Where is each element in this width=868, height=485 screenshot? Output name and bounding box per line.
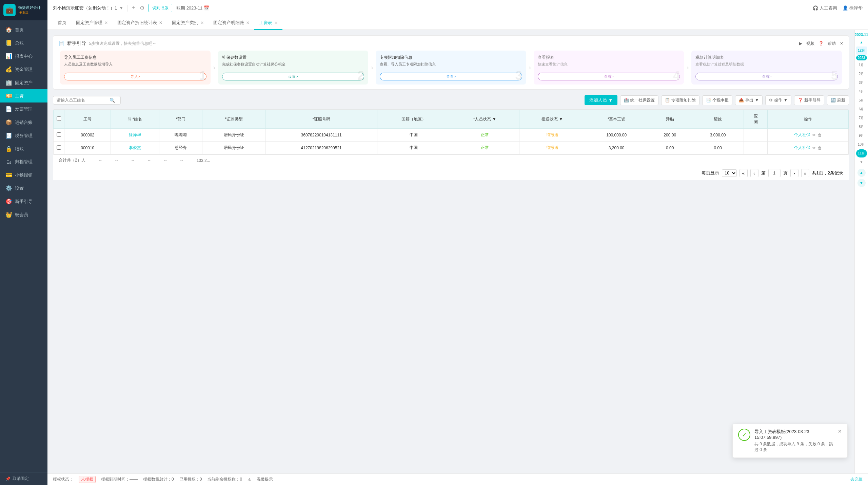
sidebar-item-general-ledger[interactable]: 📒 总账 bbox=[0, 36, 47, 50]
calendar-year: 2023.11 bbox=[855, 33, 868, 37]
sidebar-item-guide[interactable]: 🎯 新手引导 bbox=[0, 195, 47, 208]
sidebar-item-inventory[interactable]: 📦 进销台账 bbox=[0, 116, 47, 129]
tax-filing-btn[interactable]: 📑 个税申报 bbox=[702, 95, 732, 105]
customer-service-btn[interactable]: 🎧 人工咨询 bbox=[813, 5, 837, 11]
header-nationality: 国籍（地区） bbox=[377, 110, 450, 129]
tab-detail[interactable]: 固定资产明细账 ✕ bbox=[209, 16, 254, 30]
month-11[interactable]: 11月 bbox=[856, 149, 867, 157]
search-box[interactable]: 🔍 bbox=[53, 96, 121, 105]
tab-close-icon[interactable]: ✕ bbox=[274, 20, 278, 25]
last-page-btn[interactable]: » bbox=[801, 169, 809, 177]
row1-edit-icon[interactable]: ✏ bbox=[812, 133, 816, 137]
sidebar-item-member[interactable]: 👑 畅会员 bbox=[0, 208, 47, 221]
first-page-btn[interactable]: « bbox=[739, 169, 748, 177]
sidebar-nav: 🏠 首页 📒 总账 📊 报表中心 💰 资金管理 🏢 固定资产 💴 工资 📄 发票… bbox=[0, 20, 47, 472]
sort-icon[interactable]: ⇅ bbox=[128, 117, 131, 122]
sidebar-item-label: 工资 bbox=[15, 93, 24, 99]
guide-video-link[interactable]: 视频 bbox=[806, 41, 814, 46]
step4-btn[interactable]: 查看> bbox=[538, 73, 680, 80]
tab-salary[interactable]: 工资表 ✕ bbox=[254, 16, 282, 30]
year-badge[interactable]: 2023 bbox=[856, 55, 867, 60]
tab-close-icon[interactable]: ✕ bbox=[104, 20, 108, 25]
step2-btn[interactable]: 设置> bbox=[222, 73, 364, 80]
add-button[interactable]: + bbox=[132, 4, 136, 12]
row1-delete-icon[interactable]: 🗑 bbox=[818, 133, 822, 137]
month-1[interactable]: 1月 bbox=[856, 61, 867, 69]
step5-btn[interactable]: 查看> bbox=[695, 73, 838, 80]
month-7[interactable]: 7月 bbox=[856, 114, 867, 122]
row1-name[interactable]: 徐泽华 bbox=[111, 129, 159, 142]
sidebar-item-settings[interactable]: ⚙️ 设置 bbox=[0, 182, 47, 195]
refresh-btn[interactable]: 🔄 刷新 bbox=[827, 95, 849, 105]
select-all-checkbox[interactable] bbox=[57, 116, 61, 121]
calendar-nav-down[interactable]: ▼ bbox=[857, 179, 866, 187]
sidebar-item-home[interactable]: 🏠 首页 bbox=[0, 23, 47, 36]
month-2[interactable]: 2月 bbox=[856, 70, 867, 78]
sidebar-item-tax[interactable]: 🧾 税务管理 bbox=[0, 129, 47, 142]
row2-edit-icon[interactable]: ✏ bbox=[812, 146, 816, 150]
tab-home[interactable]: 首页 bbox=[53, 16, 71, 30]
row1-social-insurance-link[interactable]: 个人社保 bbox=[794, 132, 810, 138]
calendar-nav-up[interactable]: ▲ bbox=[857, 169, 866, 177]
switch-version-button[interactable]: 切到旧版 bbox=[149, 4, 172, 12]
month-9[interactable]: 9月 bbox=[856, 132, 867, 140]
page-size-selector[interactable]: 10 20 50 bbox=[722, 169, 737, 177]
tab-categories[interactable]: 固定资产类别 ✕ bbox=[167, 16, 209, 30]
step3-btn[interactable]: 查看> bbox=[380, 73, 522, 80]
export-btn[interactable]: 📤 导出 ▼ bbox=[735, 95, 763, 105]
sidebar-item-expense[interactable]: 💳 小畅报销 bbox=[0, 168, 47, 182]
sidebar: 💼 畅捷通好会计 专业版 🏠 首页 📒 总账 📊 报表中心 💰 资金管理 🏢 固… bbox=[0, 0, 47, 485]
special-deduction-btn[interactable]: 📋 专项附加扣除 bbox=[661, 95, 699, 105]
month-10[interactable]: 10月 bbox=[856, 141, 867, 149]
add-employee-button[interactable]: 添加人员 ▼ bbox=[585, 95, 617, 105]
search-input[interactable] bbox=[57, 98, 107, 102]
row2-name[interactable]: 李俊杰 bbox=[111, 142, 159, 154]
sidebar-pin-button[interactable]: 📌 取消固定 bbox=[0, 472, 47, 485]
tab-close-icon[interactable]: ✕ bbox=[246, 20, 250, 25]
sidebar-item-closing[interactable]: 🔒 结账 bbox=[0, 142, 47, 155]
invoices-icon: 📄 bbox=[5, 106, 12, 112]
calendar-icon[interactable]: 📅 bbox=[204, 5, 209, 11]
row2-delete-icon[interactable]: 🗑 bbox=[818, 146, 822, 150]
next-page-btn[interactable]: › bbox=[790, 169, 798, 177]
month-8[interactable]: 8月 bbox=[856, 123, 867, 131]
tab-label: 固定资产类别 bbox=[172, 20, 198, 26]
month-3[interactable]: 3月 bbox=[856, 79, 867, 87]
page-number-input[interactable] bbox=[768, 169, 781, 177]
user-profile-btn[interactable]: 👤 徐泽华 bbox=[843, 5, 863, 11]
month-6[interactable]: 6月 bbox=[856, 105, 867, 113]
month-4[interactable]: 4月 bbox=[856, 88, 867, 96]
sidebar-item-fixed-assets[interactable]: 🏢 固定资产 bbox=[0, 76, 47, 89]
new-guide-btn[interactable]: ❓ 新手引导 bbox=[794, 95, 824, 105]
toast-close-button[interactable]: ✕ bbox=[838, 429, 842, 434]
guide-close-button[interactable]: ✕ bbox=[840, 41, 843, 46]
tab-fixed-assets[interactable]: 固定资产管理 ✕ bbox=[71, 16, 113, 30]
sidebar-item-payroll[interactable]: 💴 工资 bbox=[0, 89, 47, 102]
nav-next-icon[interactable]: ▼ bbox=[856, 158, 867, 166]
social-insurance-btn[interactable]: 🏥 统一社保设置 bbox=[620, 95, 658, 105]
step1-btn[interactable]: 导入> bbox=[64, 73, 206, 80]
row2-select[interactable] bbox=[57, 145, 61, 150]
account-dropdown-icon[interactable]: ▼ bbox=[119, 5, 123, 11]
month-5[interactable]: 5月 bbox=[856, 96, 867, 105]
row1-select[interactable] bbox=[57, 132, 61, 137]
nav-prev-icon[interactable]: ▲ bbox=[856, 38, 867, 46]
tab-depreciation[interactable]: 固定资产折旧统计表 ✕ bbox=[113, 16, 167, 30]
settings-button[interactable]: ⚙ bbox=[140, 5, 144, 11]
prev-page-btn[interactable]: ‹ bbox=[750, 169, 758, 177]
operations-btn[interactable]: ⚙ 操作 ▼ bbox=[765, 95, 791, 105]
sidebar-item-archive[interactable]: 🗂 归档管理 bbox=[0, 155, 47, 168]
row2-social-insurance-link[interactable]: 个人社保 bbox=[794, 145, 810, 151]
recharge-link[interactable]: 去充值 bbox=[850, 477, 863, 482]
sidebar-item-reports[interactable]: 📊 报表中心 bbox=[0, 50, 47, 63]
tab-close-icon[interactable]: ✕ bbox=[159, 20, 162, 25]
search-icon[interactable]: 🔍 bbox=[110, 98, 115, 103]
sidebar-item-invoices[interactable]: 📄 发票管理 bbox=[0, 102, 47, 116]
guide-help-link[interactable]: 帮助 bbox=[828, 41, 836, 46]
filter-icon[interactable]: ▼ bbox=[492, 117, 496, 122]
filter-icon-2[interactable]: ▼ bbox=[559, 117, 563, 122]
account-selector[interactable]: 刘小艳演示账套（勿删勿动！）1 ▼ bbox=[53, 5, 123, 11]
tab-close-icon[interactable]: ✕ bbox=[200, 20, 204, 25]
sidebar-item-funds[interactable]: 💰 资金管理 bbox=[0, 63, 47, 76]
month-12[interactable]: 12月 bbox=[856, 46, 867, 55]
